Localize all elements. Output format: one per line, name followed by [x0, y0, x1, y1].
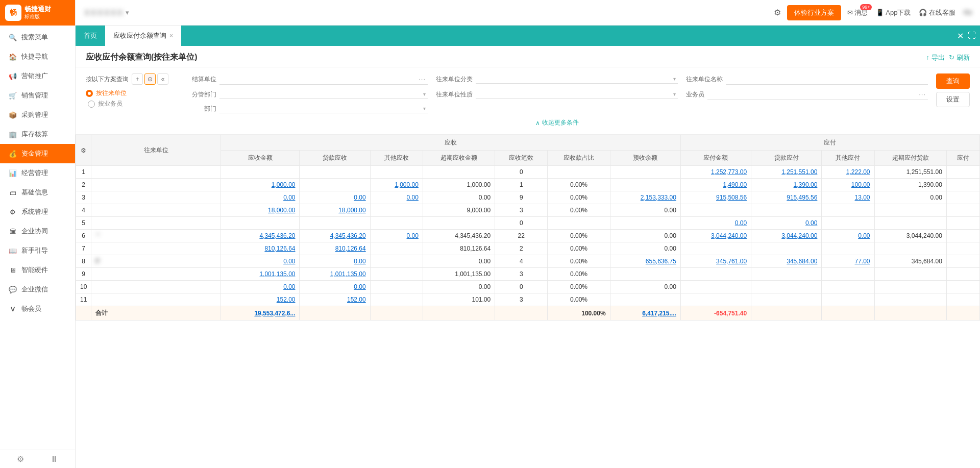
app-download-btn[interactable]: 📱 App下载	[876, 8, 911, 17]
footer-ar-overdue	[423, 306, 495, 321]
table-row: 8P0.000.000.0040.00%655,636.75345,761.00…	[76, 255, 980, 268]
filter-area: 按以下方案查询 + ⊙ « 按往来单位	[76, 67, 980, 135]
table-container: ⚙ 往来单位 应收 应付 应收金额 贷款应收 其他应收 超期应收金额 应收笔数 …	[76, 135, 980, 468]
sidebar-item-corp[interactable]: 🏛 企业协同	[0, 221, 75, 241]
jiesuan-unit-input[interactable]	[222, 76, 419, 83]
collapse-more-btn[interactable]: ∧ 收起更多条件	[186, 117, 928, 128]
sales-icon: 🛒	[8, 91, 17, 100]
guide-icon: 📖	[8, 246, 17, 255]
refresh-btn[interactable]: ↻ 刷新	[949, 53, 970, 62]
scheme-label: 按以下方案查询	[86, 75, 129, 84]
footer-ar-ratio: 100.00%	[548, 306, 610, 321]
sidebar-menu: 🔍 搜索菜单 🏠 快捷导航 📢 营销推广 🛒 销售管理 📦 采购管理 🏢	[0, 26, 75, 450]
notification-btn[interactable]: ✉ 消息 99+	[847, 8, 868, 17]
sidebar-item-hardware[interactable]: 🖥 智能硬件	[0, 260, 75, 280]
footer-label: 合计	[91, 306, 221, 321]
top-bar-right: ✉ 消息 99+ 📱 App下载 🎧 在线客服 Rit	[847, 8, 972, 17]
partner-name-input[interactable]	[728, 76, 926, 83]
partner-category-label: 往来单位分类	[436, 75, 473, 84]
partner-name-label: 往来单位名称	[686, 75, 723, 84]
sidebar-item-inventory[interactable]: 🏢 库存核算	[0, 125, 75, 144]
sidebar-item-guide[interactable]: 📖 新手引导	[0, 241, 75, 260]
table-body: 101,252,773.001,251,551.001,222.001,251,…	[76, 166, 980, 306]
jiesuan-dots-btn[interactable]: ···	[419, 75, 426, 83]
table-row: 91,001,135.001,001,135.001,001,135.0030.…	[76, 268, 980, 281]
main-area: 某某某某某某 ▾ ⚙ 体验行业方案 ✉ 消息 99+ 📱 App下载 🎧 在线客…	[76, 0, 980, 468]
breadcrumb-dropdown[interactable]: ▾	[126, 9, 129, 16]
sidebar-item-sales[interactable]: 🛒 销售管理	[0, 86, 75, 105]
sidebar-item-member[interactable]: V 畅会员	[0, 299, 75, 318]
ap-overdue-header: 超期应付货款	[874, 151, 946, 166]
sidebar: 畅 畅捷通财 标准版 🔍 搜索菜单 🏠 快捷导航 📢 营销推广 🛒 销售	[0, 0, 76, 468]
table-row: 6⌃4,345,436.204,345,436.200.004,345,436.…	[76, 230, 980, 242]
scheme-by-unit[interactable]: 按往来单位	[86, 89, 178, 97]
collapse-footer-btn[interactable]: ⏸	[50, 455, 58, 464]
inventory-icon: 🏢	[8, 130, 17, 139]
ar-group-header: 应收	[221, 135, 680, 151]
logo-sub: 标准版	[24, 13, 51, 20]
phone-icon: 📱	[876, 9, 884, 16]
tab-ar-ap[interactable]: 应收应付余额查询 ×	[105, 26, 181, 46]
sidebar-item-finance[interactable]: 💰 资金管理	[0, 144, 75, 163]
sidebar-item-quicknav[interactable]: 🏠 快捷导航	[0, 47, 75, 66]
scheme-settings-btn[interactable]: ⊙	[144, 73, 156, 85]
ap-other-header: 其他应付	[822, 151, 874, 166]
system-icon: ⚙	[8, 207, 17, 216]
salesperson-input[interactable]	[709, 91, 919, 98]
purchase-icon: 📦	[8, 110, 17, 119]
online-service-btn[interactable]: 🎧 在线客服	[919, 8, 955, 17]
footer-row: 合计 19,553,472,6... 100.00% 6,417,215....…	[76, 306, 980, 321]
user-avatar[interactable]: Rit	[964, 9, 972, 16]
table-row: 101,252,773.001,251,551.001,222.001,251,…	[76, 166, 980, 179]
partner-nature-label: 往来单位性质	[436, 90, 473, 99]
scheme-collapse-btn[interactable]: «	[157, 73, 168, 85]
sidebar-item-purchase[interactable]: 📦 采购管理	[0, 105, 75, 125]
tab-close-btn[interactable]: ×	[169, 32, 173, 39]
footer-ap-loan	[751, 306, 822, 321]
query-btn[interactable]: 查询	[936, 73, 970, 89]
footer-ar-count	[495, 306, 548, 321]
gear-icon[interactable]: ⚙	[774, 8, 781, 17]
filter-action-area: 查询 设置	[936, 73, 970, 107]
partner-nature-chevron: ▾	[673, 91, 676, 97]
export-btn[interactable]: ↑ 导出	[926, 53, 945, 62]
page-header: 应收应付余额查询(按往来单位) ↑ 导出 ↻ 刷新	[76, 46, 980, 67]
sidebar-item-basic[interactable]: 🗃 基础信息	[0, 183, 75, 202]
scheme-add-btn[interactable]: +	[132, 73, 143, 85]
ar-ratio-header: 应收款占比	[548, 151, 610, 166]
tab-home[interactable]: 首页	[76, 26, 105, 46]
ar-amount-header: 应收金额	[221, 151, 300, 166]
logo-text: 畅捷通财	[24, 5, 51, 13]
footer-ap-amount: -654,751.40	[680, 306, 751, 321]
settings-footer-btn[interactable]: ⚙	[17, 454, 24, 464]
sidebar-item-marketing[interactable]: 📢 营销推广	[0, 66, 75, 86]
set-btn[interactable]: 设置	[936, 92, 970, 107]
sidebar-item-search[interactable]: 🔍 搜索菜单	[0, 28, 75, 47]
sidebar-item-system[interactable]: ⚙ 系统管理	[0, 202, 75, 221]
footer-ar-amount[interactable]: 19,553,472,6...	[221, 306, 300, 321]
ar-prepay-header: 预收余额	[610, 151, 680, 166]
table-footer: 合计 19,553,472,6... 100.00% 6,417,215....…	[76, 306, 980, 321]
collapse-icon: ∧	[535, 119, 540, 127]
tab-close-all-btn[interactable]: ✕	[957, 31, 964, 41]
tab-maximize-btn[interactable]: ⛶	[968, 31, 976, 40]
logo-icon: 畅	[5, 5, 21, 21]
footer-ar-prepay[interactable]: 6,417,215....	[610, 306, 680, 321]
top-bar: 某某某某某某 ▾ ⚙ 体验行业方案 ✉ 消息 99+ 📱 App下载 🎧 在线客…	[76, 0, 980, 26]
settings-col-header[interactable]: ⚙	[76, 135, 91, 166]
scheme-by-staff[interactable]: 按业务员	[86, 100, 178, 108]
salesperson-dots-btn[interactable]: ···	[919, 90, 926, 98]
export-icon: ↑	[926, 54, 930, 61]
sidebar-item-wechat[interactable]: 💬 企业微信	[0, 280, 75, 299]
ap-group-header: 应付	[680, 135, 979, 151]
footer-ap-overdue	[874, 306, 946, 321]
sidebar-footer: ⚙ ⏸	[0, 450, 75, 468]
table-row: 11152.00152.00101.0030.00%	[76, 293, 980, 306]
ap-amount-header: 应付金额	[680, 151, 751, 166]
page-content: 应收应付余额查询(按往来单位) ↑ 导出 ↻ 刷新	[76, 46, 980, 468]
industry-btn[interactable]: 体验行业方案	[787, 5, 841, 20]
footer-ar-other	[370, 306, 423, 321]
sidebar-item-operations[interactable]: 📊 经营管理	[0, 163, 75, 183]
ap-cont-header: 应付	[946, 151, 979, 166]
table-row: 21,000.001,000.001,000.0010.00%1,490.001…	[76, 179, 980, 191]
